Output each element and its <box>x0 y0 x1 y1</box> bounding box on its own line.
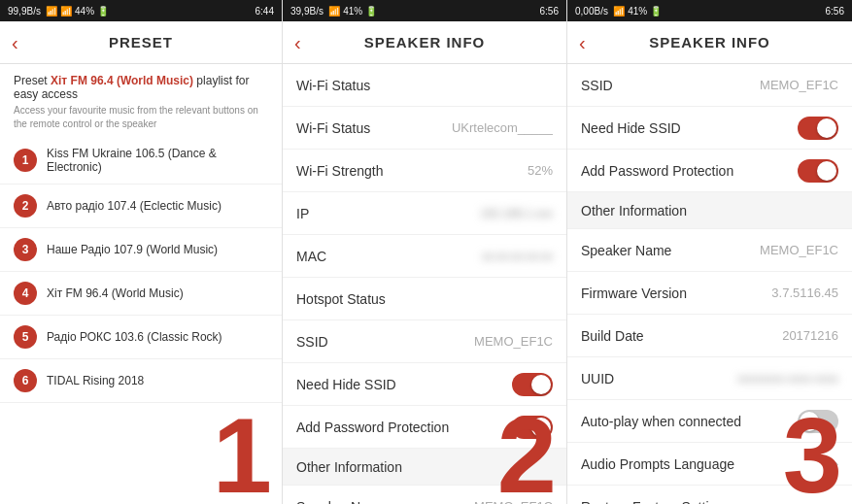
row-ssid-3: SSID MEMO_EF1C <box>567 64 852 107</box>
preset-list: 1 Kiss FM Ukraine 106.5 (Dance & Electro… <box>0 137 282 403</box>
speaker-info-list-3: SSID MEMO_EF1C Need Hide SSID Add Passwo… <box>567 64 852 504</box>
header-speaker-3: ‹ SPEAKER INFO <box>567 21 852 64</box>
label-need-hide-ssid: Need Hide SSID <box>296 377 396 392</box>
row-restore-factory[interactable]: Restore Factory Settings <box>567 486 852 504</box>
back-button-2[interactable]: ‹ <box>294 31 301 53</box>
row-mac: MAC xx:xx:xx:xx:xx <box>283 235 566 278</box>
speaker-list-container-3: SSID MEMO_EF1C Need Hide SSID Add Passwo… <box>567 64 852 504</box>
label-add-password: Add Password Protection <box>296 420 449 435</box>
status-left-2: 39,9B/s 📶 41% 🔋 <box>290 6 377 17</box>
toggle-knob-3a <box>817 118 836 138</box>
list-item[interactable]: 1 Kiss FM Ukraine 106.5 (Dance & Electro… <box>0 137 282 185</box>
row-wifi-status-header: Wi-Fi Status <box>283 64 566 107</box>
toggle-autoplay[interactable] <box>798 410 838 433</box>
value-ssid-3: MEMO_EF1C <box>760 78 838 92</box>
label-wifi-status: Wi-Fi Status <box>296 120 370 136</box>
panel-speaker-info-left: 39,9B/s 📶 41% 🔋 6:56 ‹ SPEAKER INFO Wi-F… <box>283 0 567 504</box>
value-wifi-status: UKrtelecom_____ <box>452 120 553 135</box>
value-wifi-strength: 52% <box>528 163 553 178</box>
preset-num-4: 4 <box>14 282 37 305</box>
label-hotspot-status: Hotspot Status <box>296 291 386 307</box>
value-firmware-version: 3.7.5116.45 <box>771 286 838 300</box>
toggle-need-hide-ssid[interactable] <box>512 373 553 396</box>
row-need-hide-ssid-3: Need Hide SSID <box>567 107 852 150</box>
row-hotspot-status: Hotspot Status <box>283 278 566 320</box>
label-other-info-3: Other Information <box>581 203 687 218</box>
label-autoplay: Auto-play when connected <box>581 414 741 429</box>
toggle-add-password[interactable] <box>512 416 553 439</box>
header-title-3: SPEAKER INFO <box>649 34 770 50</box>
label-mac: MAC <box>296 249 326 264</box>
status-bar-1: 99,9B/s 📶 📶 44% 🔋 6:44 <box>0 0 282 21</box>
row-firmware-version: Firmware Version 3.7.5116.45 <box>567 272 852 315</box>
toggle-need-hide-ssid-3[interactable] <box>798 117 838 140</box>
label-need-hide-ssid-3: Need Hide SSID <box>581 120 681 136</box>
status-left-1: 99,9B/s 📶 📶 44% 🔋 <box>8 6 109 17</box>
value-mac: xx:xx:xx:xx:xx <box>482 250 553 263</box>
list-item[interactable]: 4 Хіт FM 96.4 (World Music) <box>0 272 282 316</box>
header-title-1: PRESET <box>109 34 173 50</box>
label-audio-prompts: Audio Prompts Language <box>581 456 734 472</box>
row-build-date: Build Date 20171216 <box>567 315 852 357</box>
status-bar-3: 0,00B/s 📶 41% 🔋 6:56 <box>567 0 852 21</box>
label-speaker-name: Speaker Name <box>296 499 387 505</box>
toggle-knob-3c <box>800 412 819 431</box>
status-bar-2: 39,9B/s 📶 41% 🔋 6:56 <box>283 0 566 21</box>
status-time-3: 6:56 <box>826 6 844 17</box>
list-item[interactable]: 6 TIDAL Rising 2018 <box>0 359 282 403</box>
preset-label-2: Авто радіо 107.4 (Eclectic Music) <box>47 199 222 213</box>
label-wifi-status-h: Wi-Fi Status <box>296 78 370 93</box>
toggle-knob <box>531 375 551 394</box>
header-preset: ‹ PRESET <box>0 21 282 64</box>
row-other-info-section-3: Other Information <box>567 192 852 229</box>
row-ip: IP 192.168.1.xxx <box>283 192 566 235</box>
row-add-password: Add Password Protection <box>283 406 566 449</box>
value-build-date: 20171216 <box>782 328 838 343</box>
status-left-3: 0,00B/s 📶 41% 🔋 <box>575 6 662 17</box>
label-uuid: UUID <box>581 371 614 386</box>
header-speaker-2: ‹ SPEAKER INFO <box>283 21 566 64</box>
row-audio-prompts[interactable]: Audio Prompts Language › <box>567 443 852 486</box>
back-button-3[interactable]: ‹ <box>579 31 586 53</box>
row-speaker-name: Speaker Name MEMO_EF1C <box>283 486 566 504</box>
panel-speaker-info-right: 0,00B/s 📶 41% 🔋 6:56 ‹ SPEAKER INFO SSID… <box>567 0 852 504</box>
preset-num-6: 6 <box>14 369 37 392</box>
speaker-list-container-2: Wi-Fi Status Wi-Fi Status UKrtelecom____… <box>283 64 566 504</box>
preset-highlight: Хіт FM 96.4 (World Music) <box>51 74 193 87</box>
value-speaker-name-3: MEMO_EF1C <box>760 243 838 257</box>
row-speaker-name-3: Speaker Name MEMO_EF1C <box>567 229 852 272</box>
label-wifi-strength: Wi-Fi Strength <box>296 163 383 179</box>
preset-num-5: 5 <box>14 325 37 349</box>
preset-num-3: 3 <box>14 238 37 261</box>
panel-number-1: 1 <box>213 402 272 504</box>
label-ip: IP <box>296 206 309 221</box>
preset-description: Preset Хіт FM 96.4 (World Music) playlis… <box>0 64 282 137</box>
row-ssid: SSID MEMO_EF1C <box>283 320 566 363</box>
toggle-knob-3b <box>817 161 836 181</box>
row-add-password-3: Add Password Protection <box>567 150 852 192</box>
list-item[interactable]: 3 Наше Радіо 107.9 (World Music) <box>0 228 282 272</box>
label-other-info: Other Information <box>296 459 402 475</box>
preset-list-container: 1 Kiss FM Ukraine 106.5 (Dance & Electro… <box>0 137 282 504</box>
list-item[interactable]: 2 Авто радіо 107.4 (Eclectic Music) <box>0 185 282 228</box>
row-autoplay: Auto-play when connected <box>567 400 852 443</box>
value-ssid: MEMO_EF1C <box>474 334 553 349</box>
preset-label-1: Kiss FM Ukraine 106.5 (Dance & Electroni… <box>47 147 268 174</box>
status-time-1: 6:44 <box>256 6 274 17</box>
value-speaker-name: MEMO_EF1C <box>474 499 553 504</box>
list-item[interactable]: 5 Радіо РОКС 103.6 (Classic Rock) <box>0 316 282 359</box>
toggle-add-password-3[interactable] <box>798 159 838 183</box>
preset-sub: Access your favourite music from the rel… <box>14 104 268 131</box>
row-uuid: UUID xxxxxxxx-xxxx-xxxx <box>567 357 852 400</box>
preset-title: Preset Хіт FM 96.4 (World Music) playlis… <box>14 74 268 101</box>
back-button-1[interactable]: ‹ <box>12 31 18 53</box>
label-restore-factory: Restore Factory Settings <box>581 499 731 505</box>
toggle-knob <box>531 418 551 437</box>
label-speaker-name-3: Speaker Name <box>581 243 671 258</box>
preset-num-2: 2 <box>14 194 37 218</box>
value-audio-prompts: › <box>835 456 838 471</box>
label-ssid-3: SSID <box>581 78 613 93</box>
row-other-info-section: Other Information <box>283 449 566 486</box>
preset-label-6: TIDAL Rising 2018 <box>47 374 144 387</box>
preset-label-3: Наше Радіо 107.9 (World Music) <box>47 243 218 256</box>
